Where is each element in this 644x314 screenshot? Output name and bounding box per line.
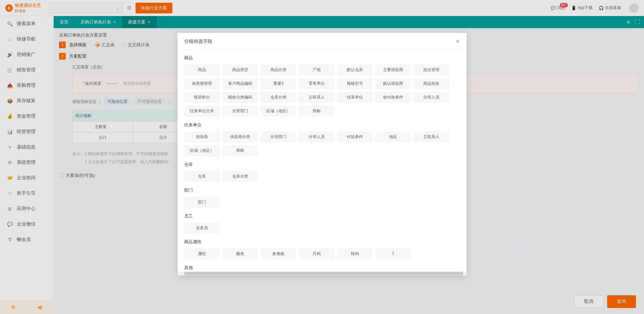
field-chip[interactable]: 区域（地区） — [184, 145, 220, 156]
field-chip[interactable]: 商品别名 — [414, 78, 449, 89]
field-chip[interactable]: 属性 — [184, 248, 220, 259]
field-chip[interactable]: 商品 — [184, 64, 220, 75]
modal-header: 分组待选字段 ✕ — [177, 33, 467, 50]
field-chip[interactable]: 付款条件 — [337, 131, 373, 142]
field-group-0: 商品商品商品类型商品分类产地默认仓库主要供应商批次管理保质期管理客户商品编码重量… — [184, 55, 465, 117]
field-chip[interactable]: 税收分类编码 — [222, 92, 258, 103]
field-chip[interactable]: 默认仓库 — [337, 64, 373, 75]
modal-title: 分组待选字段 — [184, 39, 212, 45]
field-chip[interactable]: 仓库 — [184, 171, 220, 182]
field-chip[interactable]: 分管人员 — [414, 92, 449, 103]
group-title: 员工 — [184, 213, 465, 219]
field-chip[interactable]: 分管部门 — [261, 131, 296, 142]
field-chip[interactable]: 零售单位 — [299, 78, 334, 89]
modal-body: 商品商品商品类型商品分类产地默认仓库主要供应商批次管理保质期管理客户商品编码重量… — [177, 50, 467, 271]
field-chip[interactable]: 业务员 — [184, 223, 220, 234]
modal-h-scrollbar[interactable] — [177, 271, 467, 275]
field-chip[interactable]: 主要供应商 — [375, 64, 411, 75]
field-select-modal: 分组待选字段 ✕ 商品商品商品类型商品分类产地默认仓库主要供应商批次管理保质期管… — [177, 33, 467, 275]
field-chip[interactable]: 产地 — [299, 64, 334, 75]
close-icon[interactable]: ✕ — [455, 38, 460, 45]
field-chip[interactable]: 分管人员 — [299, 131, 334, 142]
field-group-2: 仓库仓库仓库分类 — [184, 162, 465, 182]
field-chip[interactable]: 颜色 — [222, 248, 258, 259]
field-group-5: 商品属性属性颜色多规格尺码鞋码1 — [184, 239, 465, 259]
field-chip[interactable]: 规格型号 — [337, 78, 373, 89]
field-chip[interactable]: 简称 — [299, 106, 334, 117]
field-chip[interactable]: 重量3 — [261, 78, 296, 89]
field-chip[interactable]: 保质期管理 — [184, 78, 220, 89]
field-chip[interactable]: 主联系人 — [414, 131, 449, 142]
field-group-4: 员工业务员 — [184, 213, 465, 234]
field-chip[interactable]: 简称 — [222, 145, 258, 156]
field-chip[interactable]: 结算单位 — [337, 92, 373, 103]
field-group-1: 往来单位供应商供应商分类分管部门分管人员付款条件地区主联系人区域（地区）简称 — [184, 122, 465, 156]
group-title: 商品属性 — [184, 239, 465, 245]
field-chip[interactable]: 商品分类 — [261, 64, 296, 75]
field-chip[interactable]: 仓库分类 — [261, 92, 296, 103]
field-chip[interactable]: 商品类型 — [222, 64, 258, 75]
field-chip[interactable]: 主联系人 — [299, 92, 334, 103]
field-chip[interactable]: 客户商品编码 — [222, 78, 258, 89]
field-group-3: 部门部门 — [184, 187, 465, 208]
field-chip[interactable]: 1 — [375, 248, 411, 259]
group-title: 往来单位 — [184, 122, 465, 128]
field-chip[interactable]: 区域（地区） — [261, 106, 296, 117]
field-chip[interactable]: 收付款条件 — [375, 92, 411, 103]
group-title: 其他 — [184, 265, 465, 271]
field-chip[interactable]: 鞋码 — [337, 248, 373, 259]
field-chip[interactable]: 尺码 — [299, 248, 334, 259]
group-title: 部门 — [184, 187, 465, 193]
field-chip[interactable]: 供应商分类 — [222, 131, 258, 142]
field-chip[interactable]: 默认供应商 — [375, 78, 411, 89]
field-chip[interactable]: 分管部门 — [222, 106, 258, 117]
field-chip[interactable]: 仓库分类 — [222, 171, 258, 182]
field-chip[interactable]: 批次管理 — [414, 64, 449, 75]
field-chip[interactable]: 往来单位分类 — [184, 106, 220, 117]
field-chip[interactable]: 供应商 — [184, 131, 220, 142]
group-title: 商品 — [184, 55, 465, 61]
field-group-6: 其他 — [184, 265, 465, 271]
field-chip[interactable]: 多规格 — [261, 248, 296, 259]
field-chip[interactable]: 地区 — [375, 131, 411, 142]
group-title: 仓库 — [184, 162, 465, 168]
field-chip[interactable]: 部门 — [184, 197, 220, 208]
field-chip[interactable]: 拣货积分 — [184, 92, 220, 103]
